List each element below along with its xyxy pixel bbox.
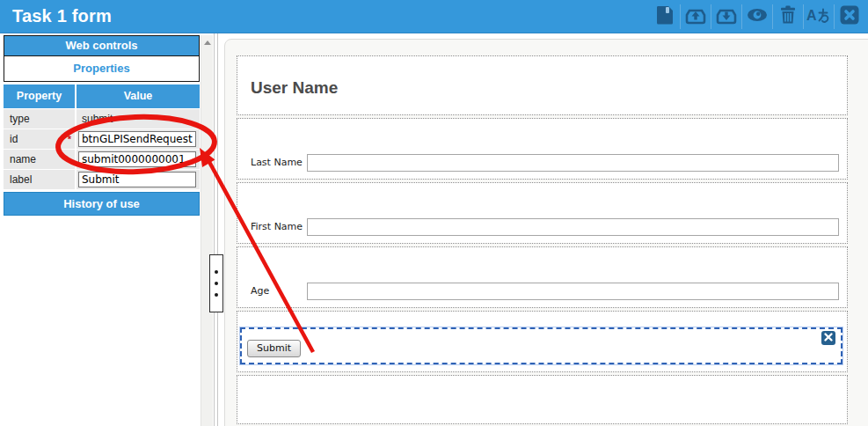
close-icon [839, 4, 860, 28]
last-name-input[interactable] [307, 154, 839, 172]
widget-row-age[interactable]: Age [237, 246, 848, 308]
property-table: Property Value type submit id * name [4, 84, 200, 189]
widget-row-heading[interactable]: User Name [237, 55, 848, 115]
age-label: Age [251, 285, 307, 300]
form-designer-window: Task 1 form [0, 0, 868, 426]
preview-button[interactable] [742, 3, 772, 31]
save-icon [654, 4, 675, 28]
form-canvas: User Name Last Name First Name Age [237, 55, 848, 424]
sidebar-scrollbar[interactable] [201, 35, 213, 426]
first-name-label: First Name [251, 221, 307, 236]
import-button[interactable] [681, 3, 711, 31]
delete-icon [777, 4, 799, 28]
toolbar: A [650, 0, 868, 33]
history-of-use-header[interactable]: History of use [4, 192, 200, 216]
last-name-label: Last Name [251, 157, 307, 172]
property-row-label-value [77, 170, 200, 189]
age-input[interactable] [307, 283, 839, 300]
translate-button[interactable]: A [804, 3, 834, 31]
property-row-type-value: submit [77, 109, 200, 129]
property-row-id-label: id * [4, 129, 75, 149]
value-column-header: Value [77, 84, 200, 108]
titlebar: Task 1 form [0, 0, 868, 33]
scroll-up-icon[interactable] [204, 40, 211, 45]
panel-splitter[interactable] [214, 33, 218, 426]
import-icon [684, 4, 707, 28]
properties-sidebar: Web controls Properties Property Value t… [4, 35, 200, 426]
web-controls-header[interactable]: Web controls [4, 35, 200, 56]
property-row-name-label: name [4, 150, 75, 169]
form-canvas-panel: User Name Last Name First Name Age [224, 39, 868, 426]
delete-button[interactable] [773, 3, 803, 31]
properties-header[interactable]: Properties [4, 56, 200, 82]
export-icon [715, 4, 738, 28]
first-name-input[interactable] [307, 218, 839, 236]
name-input[interactable] [78, 151, 196, 167]
widget-close-icon [823, 332, 834, 345]
translate-icon: A [806, 4, 831, 28]
preview-icon [746, 4, 769, 28]
property-row-name-value [77, 150, 200, 169]
page-title: Task 1 form [0, 6, 112, 26]
svg-text:A: A [806, 8, 817, 23]
widget-row-first-name[interactable]: First Name [237, 182, 848, 244]
required-marker: * [68, 134, 71, 144]
selected-submit-widget[interactable]: Submit [240, 327, 842, 364]
save-button[interactable] [650, 3, 680, 31]
property-row-type-label: type [4, 109, 75, 129]
property-row-id-value [77, 129, 200, 149]
widget-row-empty[interactable] [237, 375, 848, 424]
property-column-header: Property [4, 84, 75, 108]
form-heading: User Name [251, 78, 338, 98]
label-input[interactable] [78, 172, 196, 187]
id-input[interactable] [78, 131, 196, 147]
close-button[interactable] [835, 3, 864, 31]
property-row-label-label: label [4, 170, 75, 189]
export-button[interactable] [711, 3, 741, 31]
widget-row-last-name[interactable]: Last Name [237, 118, 848, 180]
splitter-handle[interactable] [209, 254, 223, 312]
widget-row-submit[interactable]: Submit [237, 311, 848, 372]
widget-close-button[interactable] [821, 331, 835, 345]
submit-button[interactable]: Submit [247, 340, 301, 357]
